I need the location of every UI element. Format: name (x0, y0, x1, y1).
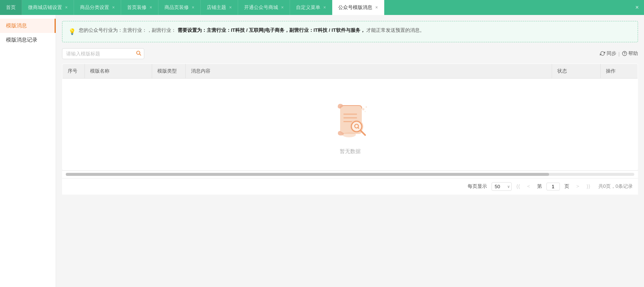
per-page-select-wrap[interactable]: 102050100 (492, 182, 512, 191)
svg-point-16 (364, 111, 366, 112)
sidebar-item-template-msg[interactable]: 模版消息 (0, 19, 56, 33)
sidebar: 模版消息模版消息记录 (0, 15, 56, 287)
close-all-button[interactable]: × (630, 4, 644, 11)
next-page-button[interactable]: ＞ (574, 182, 582, 190)
notice-text-after: 才能正常发送预置的消息。 (366, 27, 425, 33)
col-header-action: 操作 (601, 64, 638, 78)
tab-close-product-category[interactable]: × (112, 5, 115, 10)
col-header-seq: 序号 (62, 64, 85, 78)
page-input[interactable] (546, 183, 560, 190)
col-header-name: 模版名称 (85, 64, 152, 78)
divider: | (619, 51, 620, 57)
scroll-thumb[interactable] (66, 173, 549, 176)
tab-label-product-deco: 商品页装修 (164, 4, 189, 11)
search-input-wrap (62, 48, 144, 59)
notice-text-before: 您的公众号行业为：主营行业：，副营行业： (79, 27, 176, 33)
sync-label: 同步 (607, 50, 616, 57)
pagination-bar: 每页显示 102050100 ⟨⟨ ＜ 第 页 ＞ ⟩⟩ 共0页，0条记录 (62, 178, 638, 195)
tab-close-homepage-deco[interactable]: × (150, 5, 152, 10)
search-input[interactable] (62, 48, 144, 59)
tab-close-wechat-shop[interactable]: × (65, 5, 68, 10)
tab-close-custom-menu[interactable]: × (323, 5, 326, 10)
tab-label-home: 首页 (6, 4, 16, 11)
help-label: 帮助 (628, 50, 638, 57)
empty-illustration (330, 101, 371, 142)
tab-wechat-shop[interactable]: 微商城店铺设置× (22, 0, 74, 15)
page-label: 第 (537, 183, 542, 190)
main-layout: 模版消息模版消息记录 💡 您的公众号行业为：主营行业：，副营行业： 需要设置为：… (0, 15, 644, 287)
tab-homepage-deco[interactable]: 首页装修× (121, 0, 158, 15)
tab-open-mall[interactable]: 开通公众号商城× (238, 0, 290, 15)
tab-label-shop-theme: 店铺主题 (207, 4, 226, 11)
svg-point-14 (362, 108, 364, 110)
page-unit: 页 (564, 183, 569, 190)
sync-button[interactable]: 同步 (600, 50, 616, 57)
tab-close-shop-theme[interactable]: × (229, 5, 232, 10)
tab-label-homepage-deco: 首页装修 (127, 4, 147, 11)
notice-box: 💡 您的公众号行业为：主营行业：，副营行业： 需要设置为：主营行业：IT科技 /… (62, 21, 638, 42)
svg-line-11 (361, 131, 365, 135)
search-bar: 同步 | 帮助 (62, 48, 638, 59)
tab-home[interactable]: 首页 (0, 0, 22, 15)
help-button[interactable]: 帮助 (622, 50, 638, 57)
svg-point-15 (366, 106, 367, 108)
tab-label-product-category: 商品分类设置 (80, 4, 109, 11)
per-page-select[interactable]: 102050100 (492, 182, 512, 191)
data-table: 序号模版名称模版类型消息内容状态操作 (62, 64, 638, 170)
content-area: 💡 您的公众号行业为：主营行业：，副营行业： 需要设置为：主营行业：IT科技 /… (56, 15, 644, 287)
search-button[interactable] (136, 50, 141, 57)
tab-label-custom-menu: 自定义菜单 (296, 4, 320, 11)
scroll-track-wrap (62, 170, 638, 178)
per-page-label: 每页显示 (468, 183, 487, 190)
col-header-status: 状态 (552, 64, 601, 78)
search-right: 同步 | 帮助 (600, 50, 638, 57)
tab-label-open-mall: 开通公众号商城 (244, 4, 278, 11)
empty-state: 暂无数据 (62, 79, 638, 170)
prev-page-button[interactable]: ＜ (524, 182, 533, 190)
tab-bar: 首页微商城店铺设置×商品分类设置×首页装修×商品页装修×店铺主题×开通公众号商城… (0, 0, 644, 15)
tab-label-wechat-shop: 微商城店铺设置 (28, 4, 62, 11)
notice-text-highlight: 需要设置为：主营行业：IT科技 / 互联网|电子商务，副营行业：IT科技 / I… (178, 27, 365, 33)
notice-text: 您的公众号行业为：主营行业：，副营行业： 需要设置为：主营行业：IT科技 / 互… (79, 27, 425, 34)
tab-product-category[interactable]: 商品分类设置× (74, 0, 121, 15)
scroll-track[interactable] (66, 173, 634, 176)
sidebar-item-template-record[interactable]: 模版消息记录 (0, 33, 56, 47)
col-header-content: 消息内容 (186, 64, 552, 78)
tab-close-product-deco[interactable]: × (192, 5, 194, 10)
tab-close-open-mall[interactable]: × (281, 5, 284, 10)
notice-icon: 💡 (68, 27, 76, 37)
empty-text: 暂无数据 (70, 148, 630, 155)
col-header-type: 模版类型 (152, 64, 186, 78)
tab-custom-menu[interactable]: 自定义菜单× (290, 0, 332, 15)
tab-close-template-msg[interactable]: × (375, 5, 378, 10)
tab-template-msg[interactable]: 公众号模版消息× (332, 0, 384, 15)
tab-shop-theme[interactable]: 店铺主题× (201, 0, 238, 15)
search-left (62, 48, 144, 59)
total-info: 共0页，0条记录 (598, 183, 633, 190)
svg-line-1 (139, 54, 141, 55)
last-page-button[interactable]: ⟩⟩ (585, 183, 592, 190)
first-page-button[interactable]: ⟨⟨ (515, 183, 521, 190)
tab-product-deco[interactable]: 商品页装修× (158, 0, 201, 15)
svg-line-13 (358, 127, 359, 128)
tab-label-template-msg: 公众号模版消息 (338, 4, 372, 11)
